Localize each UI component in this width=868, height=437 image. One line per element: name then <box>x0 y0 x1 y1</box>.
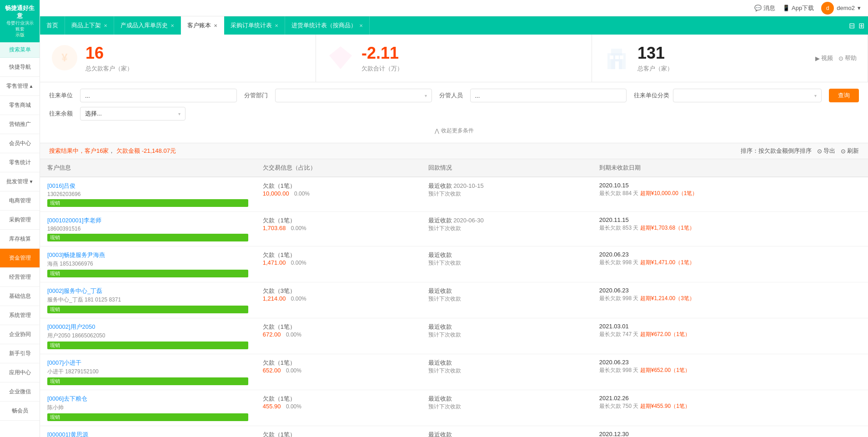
app-download-link[interactable]: 📱 App下载 <box>783 4 814 12</box>
cell-due-5: 2020.06.23 最长欠款 998 天 超期¥652.00（1笔） <box>592 354 868 390</box>
overdue-amount-link-5[interactable]: 超期¥652.00（1笔） <box>640 367 690 373</box>
refresh-icon: ⊙ <box>841 148 846 155</box>
close-icon[interactable]: ✕ <box>104 23 107 28</box>
search-button[interactable]: 查询 <box>829 89 859 102</box>
dept-select[interactable]: ▾ <box>275 89 432 102</box>
customer-info-2: [0003]畅捷服务尹海燕 海燕 18513066976 现销 <box>47 251 248 277</box>
help-link[interactable]: ⊙ 帮助 <box>838 54 857 62</box>
sidebar-item-system[interactable]: 系统管理 <box>0 306 40 325</box>
results-amount-prefix: 欠款金额 <box>116 147 140 154</box>
overdue-amount-link-6[interactable]: 超期¥455.90（1笔） <box>640 403 690 409</box>
export-link[interactable]: ⊙ 导出 <box>817 147 835 155</box>
filter-from-unit: 往来单位 ... <box>49 89 237 102</box>
sidebar-item-retail-mall[interactable]: 零售商城 <box>0 96 40 115</box>
customer-name-link-0[interactable]: [0016]吕俊 <box>47 182 248 190</box>
app-download-label: App下载 <box>792 4 814 12</box>
overdue-amount-link-3[interactable]: 超期¥1,214.00（3笔） <box>640 295 695 301</box>
tab-customer-ledger[interactable]: 客户账本 ✕ <box>181 16 224 35</box>
sidebar-item-ops-mgmt[interactable]: 经营管理 <box>0 268 40 287</box>
message-link[interactable]: 💬 消息 <box>754 4 775 12</box>
balance-select[interactable]: 选择... ▾ <box>80 107 186 121</box>
minimize-icon[interactable]: ⊟ <box>849 21 855 30</box>
sidebar-item-apps[interactable]: 应用中心 <box>0 363 40 382</box>
customer-name-link-3[interactable]: [0002]服务中心_丁磊 <box>47 287 248 295</box>
sidebar-item-inventory[interactable]: 库存核算 <box>0 230 40 249</box>
customer-name-link-2[interactable]: [0003]畅捷服务尹海燕 <box>47 251 248 259</box>
table-row: [0006]去下粮仓 陈小帅 现销 欠款（1笔） 455.90 0.00% 最近… <box>40 390 868 426</box>
overdue-amount-link-0[interactable]: 超期¥10,000.00（1笔） <box>640 190 698 196</box>
customer-name-link-5[interactable]: [0007]小进干 <box>47 359 248 367</box>
stat-content-total-debt: -2.11 欠款合计（万） <box>361 44 403 73</box>
cell-debt-1: 欠款（1笔） 1,703.68 0.00% <box>256 212 421 246</box>
sidebar-item-retail-stats[interactable]: 零售统计 <box>0 153 40 172</box>
sidebar-item-member[interactable]: 会员中心 <box>0 134 40 153</box>
maximize-icon[interactable]: ⊞ <box>858 21 864 30</box>
overdue-days-6: 最长欠款 750 天 <box>599 403 640 409</box>
sidebar-item-member-plus[interactable]: 畅会员 <box>0 402 40 421</box>
customer-phone-0: 13026203696 <box>47 191 248 197</box>
user-info[interactable]: d demo2 ▾ <box>821 2 861 15</box>
debt-amount-row-0: 10,000.00 0.00% <box>263 190 414 197</box>
overdue-amount-link-1[interactable]: 超期¥1,703.68（1笔） <box>640 225 695 231</box>
from-unit-input[interactable]: ... <box>80 89 237 102</box>
close-icon[interactable]: ✕ <box>171 23 174 28</box>
stat-card-debtors: ¥ 16 总欠款客户（家） <box>40 35 316 82</box>
overdue-amount-link-4[interactable]: 超期¥672.00（1笔） <box>640 331 690 337</box>
results-bar: 搜索结果中，客户16家， 欠款金额 -21,148.07元 排序：按欠款金额倒序… <box>40 143 868 159</box>
refresh-link[interactable]: ⊙ 刷新 <box>841 147 859 155</box>
sidebar-item-purchase[interactable]: 采购管理 <box>0 211 40 230</box>
sidebar-item-wechat[interactable]: 企业微信 <box>0 382 40 402</box>
cell-due-7: 2020.12.30 最长欠款 808 天 超期¥429.00（1笔） <box>592 426 868 437</box>
customer-name-link-4[interactable]: [000002]用户2050 <box>47 323 248 331</box>
cell-debt-3: 欠款（3笔） 1,214.00 0.00% <box>256 282 421 318</box>
export-label: 导出 <box>823 147 835 155</box>
sidebar-item-ecommerce[interactable]: 电商管理 <box>0 191 40 211</box>
overdue-days-5: 最长欠款 998 天 <box>599 367 640 373</box>
close-icon[interactable]: ✕ <box>359 23 363 28</box>
tab-product-history[interactable]: 产成品入库单历史 ✕ <box>114 16 181 35</box>
sidebar: 畅捷通好生意 母婴行业演示账套 示版 搜索菜单 快捷导航 零售管理▲ 零售商城 … <box>0 0 40 437</box>
customer-name-link-1[interactable]: [0001020001]李老师 <box>47 216 248 225</box>
sidebar-item-newbie[interactable]: 新手引导 <box>0 344 40 363</box>
tab-product-shelf[interactable]: 商品上下架 ✕ <box>65 16 114 35</box>
table-row: [0003]畅捷服务尹海燕 海燕 18513066976 现销 欠款（1笔） 1… <box>40 246 868 282</box>
customer-name-link-7[interactable]: [000001]黄思源 <box>47 431 248 437</box>
sidebar-item-retail-mgmt[interactable]: 零售管理▲ <box>0 77 40 96</box>
sort-label[interactable]: 排序：按欠款金额倒序排序 <box>741 147 812 155</box>
stats-bar: ¥ 16 总欠款客户（家） -2.11 欠款合计（万） <box>40 35 868 82</box>
sidebar-item-enterprise[interactable]: 企业协同 <box>0 325 40 344</box>
sidebar-item-basic-info[interactable]: 基础信息 <box>0 287 40 306</box>
collapse-btn[interactable]: ⋀ 收起更多条件 <box>49 125 859 136</box>
close-icon[interactable]: ✕ <box>214 23 217 28</box>
next-payment-6: 预计下次收款 <box>428 403 585 411</box>
logo[interactable]: 畅捷通好生意 母婴行业演示账套 示版 <box>0 0 40 42</box>
sidebar-item-quick-nav[interactable]: 快捷导航 <box>0 58 40 77</box>
customer-tag-5: 现销 <box>47 377 248 385</box>
unit-class-select[interactable]: ▾ <box>673 89 822 102</box>
debt-amount-5: 652.00 <box>263 367 281 374</box>
balance-label: 往来余额 <box>49 110 76 118</box>
sidebar-item-marketing[interactable]: 营销推广 <box>0 115 40 134</box>
customer-name-link-6[interactable]: [0006]去下粮仓 <box>47 395 248 403</box>
video-link[interactable]: ▶ 视频 <box>815 54 833 62</box>
customer-info-7: [000001]黄思源 黄思源 13552700226 现销 <box>47 431 248 437</box>
due-date-7: 2020.12.30 <box>599 431 861 437</box>
person-input[interactable]: ... <box>470 89 627 102</box>
tab-home[interactable]: 首页 <box>40 16 65 35</box>
cell-payment-3: 最近收款 预计下次收款 <box>421 282 592 318</box>
svg-marker-2 <box>329 46 352 69</box>
sidebar-search[interactable]: 搜索菜单 <box>0 42 40 58</box>
customer-phone-6: 陈小帅 <box>47 404 248 412</box>
customer-phone-1: 18600391516 <box>47 226 248 232</box>
col-debt-info: 欠交易信息（占比） <box>256 159 421 177</box>
tab-purchase-by-product[interactable]: 进货单统计表（按商品） ✕ <box>285 16 370 35</box>
sidebar-item-finance[interactable]: 资金管理 <box>0 249 40 268</box>
close-icon[interactable]: ✕ <box>275 23 278 28</box>
debt-count-6: 欠款（1笔） <box>263 395 414 403</box>
sidebar-item-batch-mgmt[interactable]: 批发管理▼ <box>0 172 40 191</box>
tab-purchase-stats[interactable]: 采购订单统计表 ✕ <box>224 16 285 35</box>
debt-amount-row-1: 1,703.68 0.00% <box>263 225 414 231</box>
debtors-number: 16 <box>85 44 133 63</box>
overdue-amount-link-2[interactable]: 超期¥1,471.00（1笔） <box>640 259 695 266</box>
stat-card-total-customers: 131 总客户（家） ▶ 视频 ⊙ 帮助 <box>592 35 868 82</box>
